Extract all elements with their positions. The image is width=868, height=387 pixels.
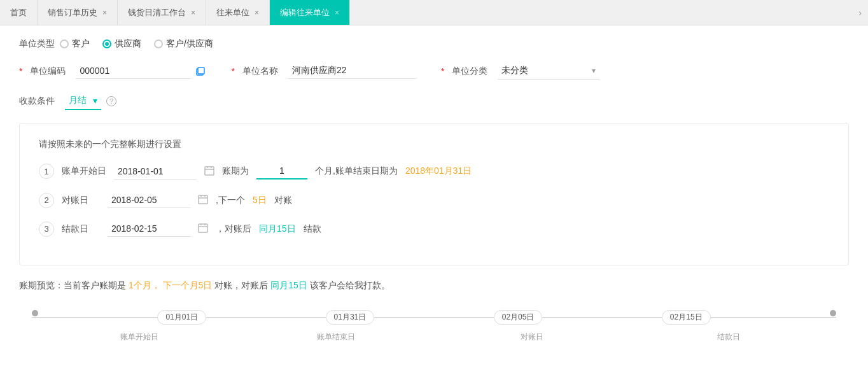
- tab-home-label: 首页: [10, 7, 27, 18]
- payment-condition-arrow-icon: ▾: [93, 95, 97, 106]
- radio-supplier-circle: [102, 39, 111, 48]
- preview-suffix: 该客户会给我打款。: [310, 280, 390, 290]
- row-desc-reconcile-after: 对账: [274, 195, 292, 206]
- setting-card: 请按照未来的一个完整帐期进行设置 1 账单开始日 账期为 个月,账单结束日期为 …: [19, 123, 849, 265]
- payment-date-input[interactable]: [108, 221, 190, 237]
- start-date-cal-icon[interactable]: [204, 165, 214, 178]
- tab-partner-close[interactable]: ×: [255, 8, 259, 17]
- tabs-chevron-icon: ›: [858, 8, 862, 18]
- reconcile-date-cal-icon[interactable]: [198, 194, 208, 206]
- payment-row: 收款条件 月结 ▾ ?: [19, 92, 849, 110]
- unit-name-star: *: [231, 66, 234, 76]
- row-desc-period-unit: 个月,账单结束日期为: [315, 165, 398, 177]
- unit-name-group: * 单位名称: [231, 63, 415, 79]
- row-desc-payment-before: ，对账后: [216, 223, 251, 235]
- help-icon[interactable]: ?: [106, 96, 116, 106]
- timeline-tag-2: 01月31日: [326, 310, 375, 325]
- svg-rect-10: [199, 224, 207, 232]
- tab-home[interactable]: 首页: [0, 0, 38, 25]
- row-desc-payment-after: 结款: [304, 223, 321, 235]
- svg-rect-1: [198, 67, 204, 74]
- unit-category-label: 单位分类: [452, 66, 487, 77]
- reconcile-highlight: 5日: [253, 195, 267, 206]
- preview-section: 账期预览：当前客户账期是 1个月， 下一个月5日 对账，对账后 同月15日 该客…: [19, 278, 849, 292]
- unit-info-row: * 单位编码 * 单位名称 * 单位分类 未分类 ▾: [19, 62, 849, 80]
- preview-part2: 下一个月5日: [163, 280, 213, 290]
- tabs-more-button[interactable]: ›: [852, 0, 868, 25]
- tab-sales-order-history[interactable]: 销售订单历史 ×: [38, 0, 118, 25]
- unit-type-label: 单位类型: [19, 38, 55, 50]
- tab-cash-work[interactable]: 钱货日清工作台 ×: [118, 0, 206, 25]
- period-end-date: 2018年01月31日: [405, 165, 472, 177]
- main-content: 单位类型 客户 供应商 客户/供应商 * 单位编码: [0, 25, 868, 387]
- tab-edit-partner[interactable]: 编辑往来单位 ×: [270, 0, 350, 25]
- payment-condition-value: 月结: [69, 95, 87, 106]
- unit-code-label: 单位编码: [30, 66, 66, 77]
- svg-rect-2: [205, 167, 214, 175]
- tab-cash-label: 钱货日清工作台: [128, 7, 186, 18]
- radio-both[interactable]: 客户/供应商: [154, 38, 213, 50]
- unit-type-row: 单位类型 客户 供应商 客户/供应商: [19, 38, 849, 50]
- unit-category-group: * 单位分类 未分类 ▾: [441, 62, 599, 80]
- row-label-3: 结款日: [62, 223, 100, 235]
- timeline-node-2: 01月31日: [326, 310, 375, 325]
- timeline-node-4: 02月15日: [662, 310, 711, 325]
- unit-category-value: 未分类: [501, 65, 528, 76]
- unit-type-radio-group: 客户 供应商 客户/供应商: [60, 38, 213, 50]
- timeline-tag-3: 02月05日: [494, 310, 543, 325]
- unit-category-star: *: [441, 66, 444, 76]
- start-date-input[interactable]: [114, 164, 197, 179]
- radio-supplier[interactable]: 供应商: [102, 38, 141, 50]
- row-num-3: 3: [39, 222, 54, 237]
- unit-category-select[interactable]: 未分类 ▾: [498, 62, 599, 80]
- preview-part3: 同月15日: [270, 280, 307, 290]
- unit-category-arrow-icon: ▾: [592, 66, 596, 75]
- unit-code-group: * 单位编码: [19, 63, 206, 79]
- radio-supplier-label: 供应商: [115, 38, 141, 50]
- tab-partner-label: 往来单位: [216, 7, 249, 18]
- tab-sales-label: 销售订单历史: [48, 7, 97, 18]
- unit-code-star: *: [19, 66, 22, 76]
- radio-customer-label: 客户: [72, 38, 90, 50]
- timeline-sublabel-3: 对账日: [434, 332, 631, 342]
- tab-sales-close[interactable]: ×: [102, 8, 107, 17]
- unit-name-input[interactable]: [288, 63, 416, 79]
- payment-condition-label: 收款条件: [19, 95, 55, 107]
- payment-condition-select[interactable]: 月结 ▾: [65, 92, 101, 110]
- tab-edit-partner-label: 编辑往来单位: [280, 7, 330, 18]
- setting-row-3: 3 结款日 ，对账后 同月15日 结款: [39, 221, 829, 237]
- unit-code-copy-icon[interactable]: [195, 66, 206, 76]
- payment-date-cal-icon[interactable]: [198, 223, 208, 235]
- timeline-nodes: 01月01日 01月31日 02月05日 02月15日: [32, 310, 836, 325]
- timeline-sublabel-1: 账单开始日: [41, 332, 238, 342]
- timeline-tag-4: 02月15日: [662, 310, 711, 325]
- svg-rect-6: [199, 195, 207, 204]
- row-label-1: 账单开始日: [62, 165, 106, 177]
- tab-cash-close[interactable]: ×: [191, 8, 195, 17]
- timeline-container: 01月01日 01月31日 02月05日 02月15日: [19, 307, 849, 342]
- timeline-track: 01月01日 01月31日 02月05日 02月15日: [32, 307, 836, 327]
- timeline-sublabel-2: 账单结束日: [238, 332, 435, 342]
- row-label-2: 对账日: [62, 195, 100, 206]
- radio-both-label: 客户/供应商: [166, 38, 213, 50]
- timeline-sublabel-4: 结款日: [631, 332, 827, 342]
- radio-both-circle: [154, 39, 163, 48]
- radio-customer[interactable]: 客户: [60, 38, 90, 50]
- preview-middle: 对账，对账后: [214, 280, 268, 290]
- timeline-label-spacer-start: [35, 332, 41, 342]
- tab-partner[interactable]: 往来单位 ×: [206, 0, 270, 25]
- radio-customer-circle: [60, 39, 69, 48]
- row-num-1: 1: [39, 164, 54, 179]
- preview-part1: 1个月，: [129, 280, 160, 290]
- row-desc-reconcile-before: ,下一个: [216, 195, 245, 206]
- preview-prefix: 账期预览：当前客户账期是: [19, 280, 126, 290]
- setting-row-2: 2 对账日 ,下一个 5日 对账: [39, 192, 829, 208]
- timeline-node-3: 02月05日: [494, 310, 543, 325]
- reconcile-date-input[interactable]: [108, 192, 190, 208]
- period-input[interactable]: [256, 163, 307, 179]
- unit-name-label: 单位名称: [242, 66, 278, 77]
- timeline-start-dot: [32, 310, 38, 316]
- tab-edit-partner-close[interactable]: ×: [335, 8, 339, 17]
- unit-code-input[interactable]: [76, 63, 190, 79]
- row-desc-period-label: 账期为: [222, 165, 249, 177]
